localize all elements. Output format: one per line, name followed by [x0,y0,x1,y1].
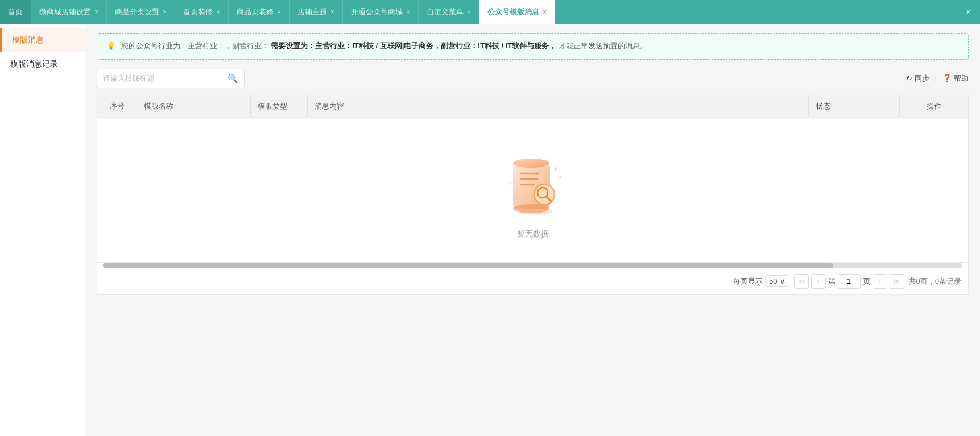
page-suffix-label: 页 [863,276,870,286]
svg-point-10 [554,167,557,171]
col-header-content: 消息内容 [308,95,809,117]
col-header-status: 状态 [809,95,900,117]
sidebar: 模版消息 模版消息记录 [0,24,85,436]
svg-point-2 [513,159,549,168]
last-page-button[interactable]: ⊳ [890,274,904,289]
first-page-button[interactable]: ⊲ [794,274,809,289]
chevron-down-icon: ∨ [780,277,785,285]
tab-category[interactable]: 商品分类设置 × [107,0,175,24]
svg-point-12 [508,181,511,184]
help-icon: ❓ [942,74,952,82]
scrollbar-track [103,263,962,268]
tab-weishop[interactable]: 微商城店铺设置 × [31,0,107,24]
tab-custommenu[interactable]: 自定义菜单 × [419,0,479,24]
toolbar-divider: | [935,74,937,82]
col-header-seq: 序号 [97,95,137,117]
scrollbar-thumb[interactable] [103,263,833,268]
tab-mall[interactable]: 开通公众号商城 × [343,0,419,24]
per-page-value: 50 [769,277,777,285]
tab-bar-close-all[interactable]: × [957,7,980,17]
tab-product[interactable]: 商品页装修 × [229,0,290,24]
empty-state: 暂无数据 [97,118,968,262]
tab-homepage-close[interactable]: × [216,8,220,16]
horizontal-scrollbar[interactable] [97,262,968,268]
toolbar-right: ↻ 同步 | ❓ 帮助 [906,73,969,84]
tab-bar: 首页 微商城店铺设置 × 商品分类设置 × 首页装修 × 商品页装修 × 店铺主… [0,0,980,24]
table-header: 序号 模版名称 模版类型 消息内容 状态 操作 [97,95,968,118]
svg-point-11 [559,176,561,178]
tab-theme[interactable]: 店铺主题 × [290,0,343,24]
tab-custommenu-close[interactable]: × [467,8,471,16]
empty-icon [499,152,567,220]
tab-product-close[interactable]: × [277,8,281,16]
prev-page-button[interactable]: ‹ [811,274,826,289]
notice-banner: 💡 您的公众号行业为：主营行业：，副营行业： 需要设置为：主营行业：IT科技 /… [97,33,969,60]
col-header-action: 操作 [900,95,968,117]
page-size-select: 每页显示 50 ∨ [733,275,789,287]
page-total-label: 共0页，0条记录 [909,276,961,286]
page-number-input[interactable] [838,274,861,289]
sync-button[interactable]: ↻ 同步 [906,73,929,84]
page-nav: ⊲ ‹ 第 页 › ⊳ [794,274,904,289]
tab-homepage[interactable]: 首页装修 × [175,0,229,24]
notice-icon: 💡 [106,41,115,50]
search-bar: 🔍 ↻ 同步 | ❓ 帮助 [97,69,969,88]
col-header-type: 模版类型 [251,95,308,117]
tab-theme-close[interactable]: × [330,8,334,16]
data-table: 序号 模版名称 模版类型 消息内容 状态 操作 [97,95,969,295]
page-prefix-label: 第 [828,276,836,286]
tab-mall-close[interactable]: × [406,8,410,16]
help-button[interactable]: ❓ 帮助 [942,73,969,84]
sync-icon: ↻ [906,74,912,82]
next-page-button[interactable]: › [873,274,887,289]
tab-weishop-close[interactable]: × [94,8,98,16]
svg-point-3 [513,204,549,213]
sidebar-item-template-log[interactable]: 模版消息记录 [0,52,85,76]
tab-template-close[interactable]: × [543,8,547,16]
empty-text: 暂无数据 [517,229,549,239]
content-area: 💡 您的公众号行业为：主营行业：，副营行业： 需要设置为：主营行业：IT科技 /… [85,24,980,436]
pagination: 每页显示 50 ∨ ⊲ ‹ 第 页 › ⊳ 共0页，0条记录 [97,268,968,294]
main-layout: 模版消息 模版消息记录 💡 您的公众号行业为：主营行业：，副营行业： 需要设置为… [0,24,980,436]
tab-home[interactable]: 首页 [0,0,31,24]
sidebar-item-template-msg[interactable]: 模版消息 [0,28,85,52]
search-input[interactable] [103,74,228,82]
tab-template[interactable]: 公众号模版消息 × [479,0,555,24]
per-page-dropdown[interactable]: 50 ∨ [765,275,789,287]
search-input-wrap: 🔍 [97,69,245,88]
per-page-label: 每页显示 [733,276,763,286]
tab-category-close[interactable]: × [163,8,167,16]
col-header-name: 模版名称 [137,95,251,117]
search-icon[interactable]: 🔍 [228,73,238,84]
